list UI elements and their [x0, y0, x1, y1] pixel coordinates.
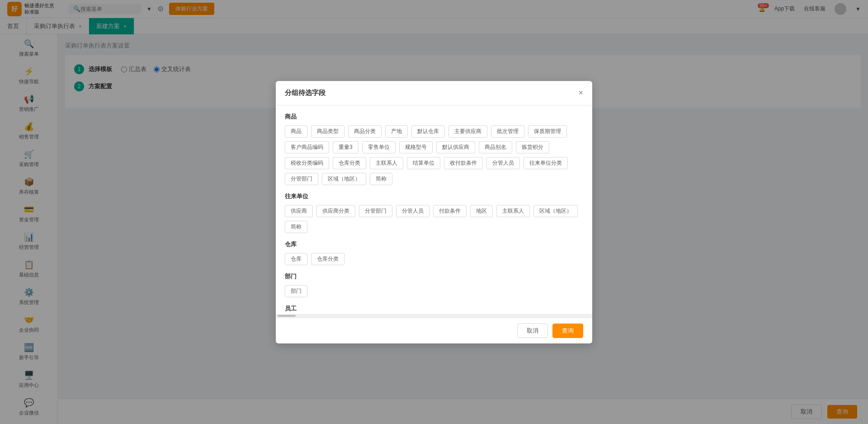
- tag-counter-2[interactable]: 分管部门: [359, 205, 392, 217]
- tag-counter-8[interactable]: 简称: [285, 221, 307, 233]
- modal-footer: 取消 查询: [276, 318, 592, 343]
- tag-product-17[interactable]: 主联系人: [370, 157, 403, 169]
- tag-product-7[interactable]: 保质期管理: [528, 125, 567, 138]
- modal-title: 分组待选字段: [285, 89, 326, 97]
- tag-product-13[interactable]: 商品别名: [479, 141, 512, 153]
- tag-product-19[interactable]: 收付款条件: [444, 157, 483, 169]
- tag-product-3[interactable]: 产地: [385, 125, 408, 138]
- tag-product-24[interactable]: 简称: [370, 173, 392, 185]
- section-department: 部门 部门: [285, 272, 583, 297]
- tag-product-10[interactable]: 零售单位: [362, 141, 396, 153]
- section-product: 商品 商品 商品类型 商品分类 产地 默认仓库 主要供应商 批次管理 保质期管理…: [285, 113, 583, 185]
- modal-body: 商品 商品 商品类型 商品分类 产地 默认仓库 主要供应商 批次管理 保质期管理…: [276, 105, 592, 314]
- tag-product-5[interactable]: 主要供应商: [448, 125, 487, 138]
- modal-horizontal-scrollbar[interactable]: [276, 314, 592, 318]
- section-department-title: 部门: [285, 272, 583, 281]
- tag-product-21[interactable]: 往来单位分类: [524, 157, 568, 169]
- section-warehouse: 仓库 仓库 仓库分类: [285, 240, 583, 265]
- section-employee: 员工 业务员: [285, 305, 583, 314]
- hscroll-thumb: [278, 315, 296, 317]
- tag-product-15[interactable]: 税收分类编码: [285, 157, 329, 169]
- section-counterpart-title: 往来单位: [285, 192, 583, 200]
- tag-counter-1[interactable]: 供应商分类: [316, 205, 355, 217]
- tag-counter-4[interactable]: 付款条件: [433, 205, 467, 217]
- section-counterpart-tags: 供应商 供应商分类 分管部门 分管人员 付款条件 地区 主联系人 区域（地区） …: [285, 205, 583, 233]
- modal-header: 分组待选字段 ×: [276, 81, 592, 105]
- tag-product-11[interactable]: 规格型号: [399, 141, 433, 153]
- tag-product-6[interactable]: 批次管理: [491, 125, 524, 138]
- section-product-title: 商品: [285, 113, 583, 121]
- field-select-modal: 分组待选字段 × 商品 商品 商品类型 商品分类 产地 默认仓库 主要供应商 批…: [276, 81, 592, 343]
- tag-product-23[interactable]: 区域（地区）: [322, 173, 366, 185]
- tag-product-22[interactable]: 分管部门: [285, 173, 318, 185]
- section-product-tags: 商品 商品类型 商品分类 产地 默认仓库 主要供应商 批次管理 保质期管理 客户…: [285, 125, 583, 185]
- tag-product-12[interactable]: 默认供应商: [436, 141, 475, 153]
- tag-counter-5[interactable]: 地区: [470, 205, 493, 217]
- section-warehouse-tags: 仓库 仓库分类: [285, 253, 583, 265]
- section-counterpart: 往来单位 供应商 供应商分类 分管部门 分管人员 付款条件 地区 主联系人 区域…: [285, 192, 583, 233]
- section-department-tags: 部门: [285, 285, 583, 297]
- tag-product-16[interactable]: 仓库分类: [333, 157, 366, 169]
- section-warehouse-title: 仓库: [285, 240, 583, 248]
- tag-counter-3[interactable]: 分管人员: [396, 205, 429, 217]
- section-employee-title: 员工: [285, 305, 583, 313]
- tag-counter-6[interactable]: 主联系人: [496, 205, 530, 217]
- tag-product-2[interactable]: 商品分类: [348, 125, 382, 138]
- tag-product-4[interactable]: 默认仓库: [411, 125, 445, 138]
- tag-product-18[interactable]: 结算单位: [407, 157, 440, 169]
- tag-counter-0[interactable]: 供应商: [285, 205, 313, 217]
- tag-product-20[interactable]: 分管人员: [486, 157, 520, 169]
- tag-wh-1[interactable]: 仓库分类: [311, 253, 344, 265]
- tag-product-8[interactable]: 客户商品编码: [285, 141, 329, 153]
- tag-product-14[interactable]: 炼货积分: [516, 141, 549, 153]
- confirm-button[interactable]: 查询: [552, 324, 583, 338]
- cancel-button[interactable]: 取消: [517, 324, 548, 338]
- tag-dept-0[interactable]: 部门: [285, 285, 307, 297]
- modal-close-icon[interactable]: ×: [578, 88, 583, 98]
- tag-product-0[interactable]: 商品: [285, 125, 307, 138]
- tag-counter-7[interactable]: 区域（地区）: [533, 205, 578, 217]
- tag-wh-0[interactable]: 仓库: [285, 253, 307, 265]
- tag-product-1[interactable]: 商品类型: [311, 125, 344, 138]
- tag-product-9[interactable]: 重量3: [333, 141, 359, 153]
